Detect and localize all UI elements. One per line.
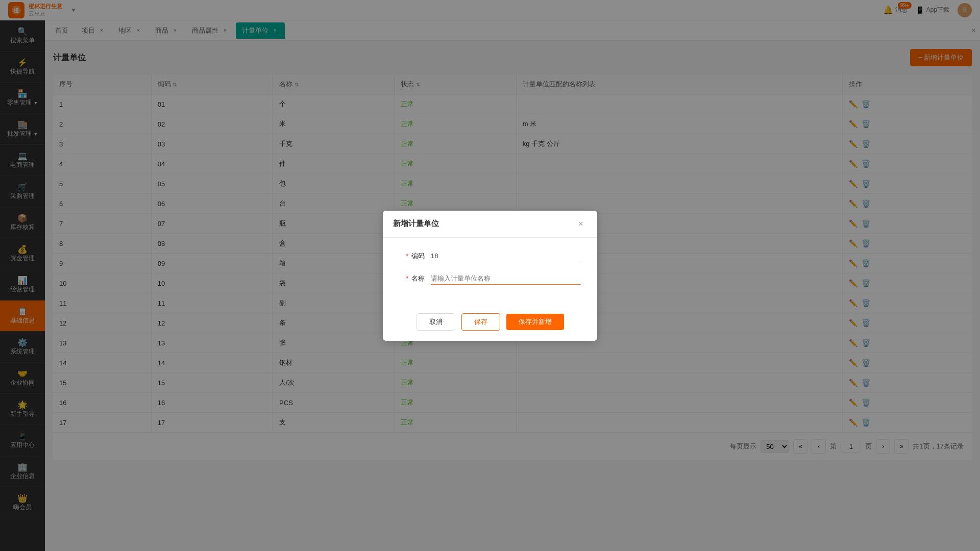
form-row-code: * 编码 [399,250,581,262]
modal: 新增计量单位 × * 编码 * 名称 取消 保存 保存并新增 [383,211,597,341]
code-input[interactable] [431,250,581,262]
modal-header: 新增计量单位 × [383,211,597,238]
code-required-mark: * [406,252,408,260]
name-required-mark: * [406,274,408,282]
name-label: * 名称 [399,274,425,283]
modal-title: 新增计量单位 [393,219,439,229]
save-button[interactable]: 保存 [461,313,500,331]
modal-overlay[interactable]: 新增计量单位 × * 编码 * 名称 取消 保存 保存并新增 [0,0,980,551]
modal-close-button[interactable]: × [575,218,587,230]
modal-body: * 编码 * 名称 [383,238,597,307]
modal-footer: 取消 保存 保存并新增 [383,307,597,341]
name-input[interactable] [431,272,581,285]
save-and-new-button[interactable]: 保存并新增 [506,314,564,330]
form-row-name: * 名称 [399,272,581,285]
code-label: * 编码 [399,252,425,261]
cancel-button[interactable]: 取消 [416,313,455,331]
